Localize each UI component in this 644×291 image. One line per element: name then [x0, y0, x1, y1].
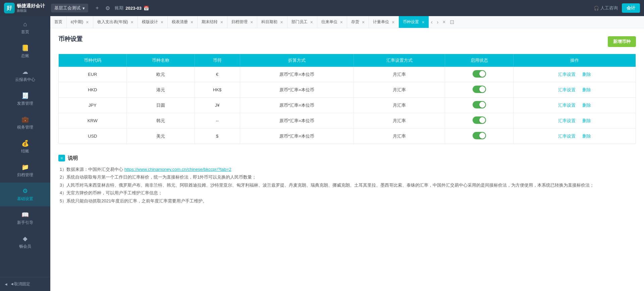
tax-icon: 💼: [21, 116, 29, 123]
rate-setting-link-1[interactable]: 汇率设置: [558, 87, 576, 92]
delete-link-2[interactable]: 删除: [582, 103, 591, 108]
tab-partners-close[interactable]: ×: [340, 19, 343, 25]
member-icon: ◆: [23, 235, 28, 242]
enable-toggle-2[interactable]: [473, 101, 486, 108]
sidebar-label-tax: 税务管理: [17, 125, 33, 130]
tab-inventory[interactable]: 存货 ×: [347, 16, 369, 28]
tab-currency[interactable]: 币种设置 ×: [399, 16, 429, 28]
notes-item-4: 5）系统只能自动抓取2021年度后的汇率，之前年度汇率需要用户手工维护。: [58, 197, 636, 205]
cell-symbol-0: €: [195, 67, 240, 82]
cell-rate-type-0: 月汇率: [354, 67, 445, 82]
cell-toggle-2[interactable]: [445, 98, 513, 113]
tab-archive-mgmt-close[interactable]: ×: [250, 19, 253, 25]
cell-actions-4: 汇率设置 删除: [513, 129, 636, 144]
cell-name-0: 欧元: [126, 67, 195, 82]
collapse-icon: ◄: [4, 282, 8, 287]
cell-code-0: EUR: [59, 67, 126, 82]
sidebar-item-tax[interactable]: 💼 税务管理: [0, 111, 50, 135]
cell-toggle-0[interactable]: [445, 67, 513, 82]
account-button[interactable]: 会计: [622, 3, 640, 13]
tab-partners[interactable]: 往来单位 ×: [317, 16, 347, 28]
tab-nav-next[interactable]: ›: [435, 16, 440, 28]
tab-tax-table-close[interactable]: ×: [191, 19, 193, 25]
sidebar-label-reports: 云报表中心: [15, 77, 35, 83]
calendar-icon[interactable]: 📅: [144, 6, 149, 11]
tab-template[interactable]: 模版设计 ×: [138, 16, 168, 28]
delete-link-4[interactable]: 删除: [582, 134, 591, 139]
tab-measure[interactable]: 计量单位 ×: [369, 16, 399, 28]
cell-rate-type-1: 月汇率: [354, 82, 445, 98]
enable-toggle-0[interactable]: [473, 70, 486, 78]
tab-subject-init-close[interactable]: ×: [280, 19, 283, 25]
workspace-selector[interactable]: 基层工会测试 ▾: [51, 4, 88, 12]
settings-icon[interactable]: ⚙: [104, 4, 111, 13]
currency-table: 币种代码 币种名称 币符 折算方式 汇率设置方式 启用状态 操作 EUR 欧元 …: [59, 54, 636, 144]
cell-rate-type-3: 月汇率: [354, 113, 445, 129]
tab-currency-close[interactable]: ×: [422, 19, 424, 25]
enable-toggle-3[interactable]: [473, 116, 486, 124]
tab-subject-init[interactable]: 科目期初 ×: [257, 16, 287, 28]
help-button[interactable]: 🎧 人工咨询: [594, 5, 618, 11]
logo-title: 畅捷通好会计: [17, 3, 45, 9]
tab-annual[interactable]: 收入支出表(年报) ×: [93, 16, 138, 28]
tab-partners-label: 往来单位: [321, 19, 337, 25]
cell-symbol-2: J¥: [195, 98, 240, 113]
sidebar-item-invoice[interactable]: 🧾 发票管理: [0, 87, 50, 111]
tab-dept-staff-close[interactable]: ×: [310, 19, 313, 25]
tab-close-all[interactable]: ×: [440, 16, 447, 28]
notes-link[interactable]: https://www.chinamoney.com.cn/chinese/bk…: [124, 167, 231, 172]
tab-home-label: 首页: [54, 19, 62, 25]
tab-midterm-close[interactable]: ×: [86, 19, 89, 25]
notes-icon: ≡: [58, 155, 65, 161]
delete-link-3[interactable]: 删除: [582, 118, 591, 123]
notes-item-0: 1）数据来源：中国外汇交易中心 https://www.chinamoney.c…: [58, 165, 636, 173]
tab-midterm-label: ε(中期): [71, 19, 83, 25]
rate-setting-link-3[interactable]: 汇率设置: [558, 118, 576, 123]
enable-toggle-4[interactable]: [473, 132, 486, 139]
tab-period-end[interactable]: 期末结转 ×: [198, 16, 227, 28]
tab-dept-staff-label: 部门员工: [291, 19, 308, 25]
sidebar-item-member[interactable]: ◆ 畅会员: [0, 230, 50, 254]
sidebar-label-checkout: 结账: [21, 148, 29, 154]
logo-text-area: 畅捷通好会计 旗舰版: [17, 3, 45, 13]
tab-tax-table[interactable]: 税表清册 ×: [168, 16, 198, 28]
delete-link-1[interactable]: 删除: [582, 87, 591, 92]
sidebar-collapse-btn[interactable]: ◄ ◄取消固定: [0, 277, 50, 291]
enable-toggle-1[interactable]: [473, 86, 486, 93]
rate-setting-link-0[interactable]: 汇率设置: [558, 72, 576, 77]
sidebar-item-settings[interactable]: ⚙ 基础设置: [0, 183, 50, 206]
tab-template-close[interactable]: ×: [161, 19, 163, 25]
cell-toggle-3[interactable]: [445, 113, 513, 129]
tab-home[interactable]: 首页: [50, 16, 67, 28]
tab-dept-staff[interactable]: 部门员工 ×: [287, 16, 317, 28]
tab-midterm[interactable]: ε(中期) ×: [67, 16, 93, 28]
period-label: 账期: [115, 5, 123, 11]
sidebar-item-ledger[interactable]: 📒 总账: [0, 40, 50, 63]
sidebar: ⌂ 首页 📒 总账 ☁ 云报表中心 🧾 发票管理 💼 税务管理 💰 结账 📁 归…: [0, 16, 50, 291]
right-area: 🎧 人工咨询 会计: [594, 3, 640, 13]
cloud-icon: ☁: [22, 68, 28, 76]
sidebar-item-guide[interactable]: 📖 新手引导: [0, 206, 50, 230]
delete-link-0[interactable]: 删除: [582, 72, 591, 77]
tab-expand[interactable]: ⊡: [448, 16, 456, 28]
sidebar-item-checkout[interactable]: 💰 结账: [0, 135, 50, 159]
sidebar-item-home[interactable]: ⌂ 首页: [0, 16, 50, 40]
main-layout: ⌂ 首页 📒 总账 ☁ 云报表中心 🧾 发票管理 💼 税务管理 💰 结账 📁 归…: [0, 16, 644, 291]
tab-archive-mgmt[interactable]: 归档管理 ×: [227, 16, 257, 28]
tab-inventory-close[interactable]: ×: [362, 19, 365, 25]
tab-nav-prev[interactable]: ‹: [429, 16, 435, 28]
add-tab-button[interactable]: +: [94, 4, 100, 12]
cell-toggle-1[interactable]: [445, 82, 513, 98]
cell-symbol-1: HK$: [195, 82, 240, 98]
tab-period-end-close[interactable]: ×: [220, 19, 223, 25]
cell-toggle-4[interactable]: [445, 129, 513, 144]
rate-setting-link-4[interactable]: 汇率设置: [558, 134, 576, 139]
rate-setting-link-2[interactable]: 汇率设置: [558, 103, 576, 108]
tab-annual-close[interactable]: ×: [131, 19, 133, 25]
sidebar-item-archive[interactable]: 📁 归档管理: [0, 159, 50, 183]
cell-symbol-4: $: [195, 129, 240, 144]
sidebar-item-reports[interactable]: ☁ 云报表中心: [0, 63, 50, 87]
new-currency-button[interactable]: 新增币种: [608, 36, 636, 47]
tab-measure-close[interactable]: ×: [392, 19, 394, 25]
cell-symbol-3: --: [195, 113, 240, 129]
